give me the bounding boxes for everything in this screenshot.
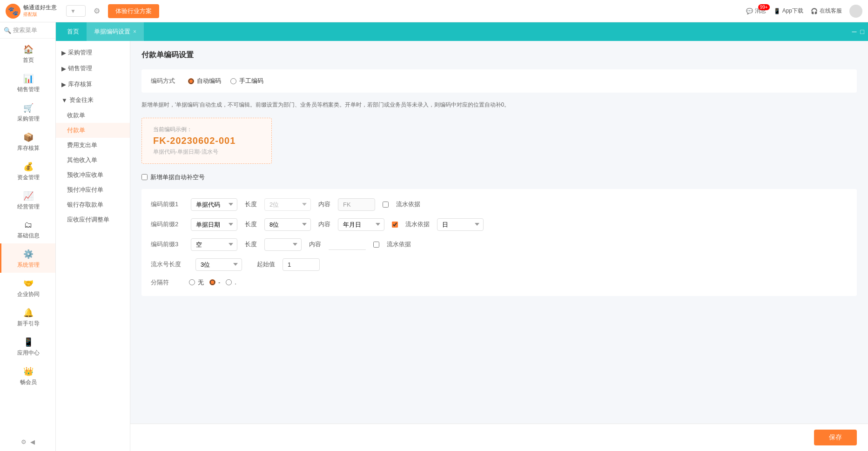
sub-item-bank-deposit[interactable]: 银行存取款单 [56, 197, 130, 212]
sub-group-purchase: ▶ 采购管理 [56, 45, 130, 61]
sidebar-item-guide-label: 新手引导 [17, 320, 40, 328]
flow-basis-label-2: 流水依据 [405, 220, 430, 229]
prefix2-select[interactable]: 单据日期 [191, 218, 237, 231]
manual-encoding-radio[interactable] [230, 78, 236, 84]
flow-number-row: 流水号长度 3位 起始值 1 [151, 258, 848, 271]
company-dropdown[interactable]: ▼ [66, 5, 86, 17]
prefix-row-3: 编码前缀3 空 长度 内容 流水依据 [151, 238, 848, 251]
sidebar-item-app[interactable]: 📱 应用中心 [0, 331, 55, 361]
sub-item-payment[interactable]: 付款单 [56, 123, 130, 138]
member-icon: 👑 [23, 366, 34, 377]
app-icon: 📱 [23, 337, 34, 347]
content3-input[interactable] [329, 239, 366, 250]
sep-none-radio[interactable] [189, 279, 195, 285]
purchase-icon: 🛒 [23, 103, 34, 113]
sidebar-item-guide[interactable]: 🔔 新手引导 [0, 302, 55, 331]
sub-group-finance-title[interactable]: ▼ 资金往来 [56, 92, 130, 108]
sidebar: 🔍 搜索菜单 🏠 首页 📊 销售管理 🛒 采购管理 📦 库存核算 💰 资金管理 … [0, 22, 56, 451]
sidebar-item-member[interactable]: 👑 畅会员 [0, 361, 55, 390]
sidebar-item-basic[interactable]: 🗂 基础信息 [0, 215, 55, 243]
prefix1-select[interactable]: 单据代码 [191, 198, 237, 211]
sub-group-sales: ▶ 销售管理 [56, 61, 130, 76]
messages-btn[interactable]: 💬 消息 99+ [746, 7, 766, 15]
app-download-label: App下载 [782, 7, 803, 15]
tab-home[interactable]: 首页 [60, 22, 87, 41]
prefix1-label: 编码前缀1 [151, 200, 183, 209]
chevron-right-icon-2: ▶ [61, 65, 66, 72]
content2-select[interactable]: 年月日 [338, 218, 384, 231]
sep-dot-radio[interactable] [226, 279, 232, 285]
sub-group-sales-title[interactable]: ▶ 销售管理 [56, 61, 130, 76]
auto-fill-row: 新增单据自动补空号 [141, 173, 857, 182]
tab-minimize-icon[interactable]: ─ [852, 28, 857, 35]
sub-group-inventory-title[interactable]: ▶ 库存核算 [56, 76, 130, 92]
operations-icon: 📈 [23, 191, 34, 201]
main-content: 付款单编码设置 编码方式 自动编码 手工编码 [130, 41, 868, 424]
flow-basis-label-1: 流水依据 [396, 200, 420, 209]
auto-fill-checkbox[interactable] [141, 174, 148, 180]
prefix2-label: 编码前缀2 [151, 220, 183, 229]
sub-item-advance-receive[interactable]: 预收冲应收单 [56, 168, 130, 182]
content3-label: 内容 [309, 240, 321, 249]
sub-item-advance-pay[interactable]: 预付冲应付单 [56, 182, 130, 197]
app-download-btn[interactable]: 📱 App下载 [774, 7, 803, 15]
content-area: ▶ 采购管理 ▶ 销售管理 ▶ 库存核算 ▼ 资金往来 [56, 41, 868, 451]
user-avatar[interactable] [849, 5, 862, 18]
sub-item-expense[interactable]: 费用支出单 [56, 138, 130, 153]
tab-maximize-icon[interactable]: □ [861, 28, 864, 35]
settings-bottom-icon[interactable]: ⚙ [21, 438, 27, 445]
sidebar-item-inventory[interactable]: 📦 库存核算 [0, 127, 55, 156]
start-value-input[interactable]: 1 [283, 258, 320, 271]
system-icon: ⚙️ [23, 249, 34, 259]
sidebar-item-enterprise[interactable]: 🤝 企业协同 [0, 273, 55, 302]
search-icon: 🔍 [4, 27, 11, 34]
sep-dot-option[interactable]: . [226, 279, 236, 286]
sep-dash-radio[interactable] [209, 279, 215, 285]
flow-basis-checkbox-3[interactable] [373, 242, 379, 248]
tab-bar: 首页 单据编码设置 × ─ □ [56, 22, 868, 41]
sidebar-item-operations[interactable]: 📈 经营管理 [0, 185, 55, 215]
basic-icon: 🗂 [24, 220, 33, 230]
sidebar-item-inventory-label: 库存核算 [17, 144, 40, 152]
flow-basis-checkbox-1[interactable] [383, 202, 389, 208]
content1-input [338, 198, 375, 211]
tab-encoding[interactable]: 单据编码设置 × [87, 22, 144, 41]
preview-sub: 单据代码-单据日期-流水号 [153, 148, 260, 156]
logo-text: 畅通道好生意 [23, 4, 57, 12]
sidebar-item-home[interactable]: 🏠 首页 [0, 39, 55, 68]
logo-sub: 搭配版 [23, 11, 57, 18]
logo-area: 🐾 畅通道好生意 搭配版 [6, 4, 61, 19]
sub-group-purchase-title[interactable]: ▶ 采购管理 [56, 45, 130, 61]
flow-length-select[interactable]: 3位 [195, 258, 242, 271]
prefix-row-1: 编码前缀1 单据代码 长度 2位 内容 流水依据 [151, 198, 848, 211]
length2-select[interactable]: 8位 [264, 218, 311, 231]
settings-icon[interactable]: ⚙ [89, 4, 104, 19]
sidebar-item-purchase[interactable]: 🛒 采购管理 [0, 97, 55, 127]
sidebar-search[interactable]: 🔍 搜索菜单 [0, 22, 55, 39]
length3-select[interactable] [264, 238, 302, 251]
sidebar-item-finance[interactable]: 💰 资金管理 [0, 156, 55, 185]
sep-dash-label: - [218, 279, 220, 286]
trial-button[interactable]: 体验行业方案 [108, 4, 159, 18]
prefix3-select[interactable]: 空 [191, 238, 237, 251]
auto-encoding-option[interactable]: 自动编码 [188, 77, 221, 85]
flow-unit-select[interactable]: 日 [437, 218, 484, 231]
sub-item-payable-adjust[interactable]: 应收应付调整单 [56, 212, 130, 227]
sidebar-item-system-label: 系统管理 [17, 261, 40, 269]
auto-encoding-radio[interactable] [188, 78, 194, 84]
sidebar-item-system[interactable]: ⚙️ 系统管理 [0, 243, 55, 273]
tab-close-icon[interactable]: × [133, 28, 136, 35]
sep-dash-option[interactable]: - [209, 279, 220, 286]
sub-item-receipt[interactable]: 收款单 [56, 108, 130, 123]
length1-select[interactable]: 2位 [264, 198, 311, 211]
sidebar-collapse-icon[interactable]: ◀ [30, 438, 35, 445]
online-support-btn[interactable]: 🎧 在线客服 [811, 7, 842, 15]
flow-basis-checkbox-2[interactable] [392, 222, 398, 228]
save-button[interactable]: 保存 [814, 430, 857, 445]
manual-encoding-option[interactable]: 手工编码 [230, 77, 263, 85]
sub-item-other-income[interactable]: 其他收入单 [56, 153, 130, 168]
sidebar-item-sales[interactable]: 📊 销售管理 [0, 68, 55, 97]
length3-label: 长度 [245, 240, 257, 249]
online-support-label: 在线客服 [820, 7, 842, 15]
sep-none-option[interactable]: 无 [189, 278, 204, 287]
